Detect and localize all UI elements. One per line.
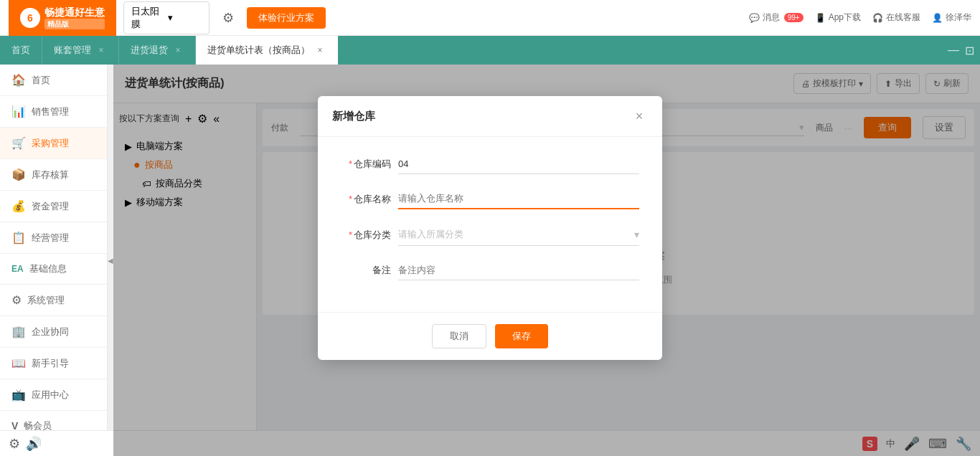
tab-purchase-return-label: 进货退货 xyxy=(131,44,168,57)
form-row-name: 仓库名称 xyxy=(341,189,639,209)
user-item[interactable]: 👤 徐泽华 xyxy=(932,11,971,24)
guide-icon: 📖 xyxy=(11,356,26,370)
sidebar-label-apps: 应用中心 xyxy=(32,389,69,402)
sidebar-item-inventory[interactable]: 📦 库存核算 xyxy=(0,159,107,191)
purchase-icon: 🛒 xyxy=(11,136,26,150)
tab-purchase-return-close[interactable]: × xyxy=(172,44,184,56)
sidebar-label-basic-info: 基础信息 xyxy=(29,262,67,275)
tab-home-label: 首页 xyxy=(11,44,30,57)
category-placeholder: 请输入所属分类 xyxy=(398,228,463,241)
tab-purchase-stats[interactable]: 进货单统计表（按商品） × xyxy=(196,36,338,65)
avatar-icon: 👤 xyxy=(932,13,943,23)
category-select[interactable]: 请输入所属分类 ▾ xyxy=(398,224,639,246)
app-download-item[interactable]: 📱 App下载 xyxy=(815,11,861,24)
logo-icon: 6 xyxy=(20,8,40,28)
app-download-label: App下载 xyxy=(829,11,861,24)
chevron-down-icon: ▾ xyxy=(168,12,202,23)
operations-icon: 📋 xyxy=(11,231,26,244)
user-name: 徐泽华 xyxy=(946,11,971,24)
save-button[interactable]: 保存 xyxy=(495,324,548,348)
tab-minimize-button[interactable]: — xyxy=(948,44,959,57)
volume-icon[interactable]: 🔊 xyxy=(26,436,42,452)
remark-label: 备注 xyxy=(341,264,398,277)
logo-main: 畅捷通好生意 xyxy=(44,6,105,19)
tab-actions: — ⊡ xyxy=(942,44,980,57)
message-icon: 💬 xyxy=(749,13,760,23)
tab-expand-button[interactable]: ⊡ xyxy=(965,44,974,57)
code-label: 仓库编码 xyxy=(341,158,398,171)
form-row-category: 仓库分类 请输入所属分类 ▾ xyxy=(341,224,639,246)
dialog-body: 仓库编码 仓库名称 仓库分类 请输入所属分类 ▾ 备注 xyxy=(318,137,662,312)
home-icon: 🏠 xyxy=(11,73,26,87)
sidebar-label-sales: 销售管理 xyxy=(32,105,69,118)
sidebar-label-operations: 经营管理 xyxy=(32,232,69,244)
messages-label: 消息 xyxy=(763,11,780,24)
logo-text: 畅捷通好生意 精品版 xyxy=(44,6,105,29)
select-arrow-icon: ▾ xyxy=(634,229,639,240)
sidebar-item-apps[interactable]: 📺 应用中心 xyxy=(0,379,107,411)
inventory-icon: 📦 xyxy=(11,168,26,181)
online-service-item[interactable]: 🎧 在线客服 xyxy=(872,11,920,24)
collapse-icon: ◀ xyxy=(108,257,113,265)
messages-badge: 99+ xyxy=(784,13,804,22)
sidebar-label-guide: 新手引导 xyxy=(32,357,69,370)
cancel-button[interactable]: 取消 xyxy=(432,324,486,348)
settings-button[interactable]: ⚙ xyxy=(217,6,240,29)
sidebar-label-purchase: 采购管理 xyxy=(32,137,69,150)
dialog-close-button[interactable]: × xyxy=(631,108,648,125)
finance-icon: 💰 xyxy=(11,199,26,213)
code-input[interactable] xyxy=(398,154,639,174)
sidebar-item-home[interactable]: 🏠 首页 xyxy=(0,65,107,96)
sidebar-collapse[interactable]: ◀ xyxy=(108,65,113,456)
tab-bar: 首页 账套管理 × 进货退货 × 进货单统计表（按商品） × — ⊡ xyxy=(0,36,980,65)
sidebar-item-guide[interactable]: 📖 新手引导 xyxy=(0,348,107,379)
messages-item[interactable]: 💬 消息 99+ xyxy=(749,11,804,24)
name-label: 仓库名称 xyxy=(341,193,398,206)
sidebar-item-basic-info[interactable]: EA 基础信息 xyxy=(0,254,107,285)
system-icon: ⚙ xyxy=(11,293,22,307)
sidebar-item-system[interactable]: ⚙ 系统管理 xyxy=(0,285,107,316)
new-warehouse-dialog: 新增仓库 × 仓库编码 仓库名称 仓库分类 请输入所属分类 ▾ 备注 取消 xyxy=(318,96,662,360)
dialog-footer: 取消 保存 xyxy=(318,312,662,360)
logo-badge: 精品版 xyxy=(44,19,105,29)
name-input[interactable] xyxy=(398,189,639,209)
tab-home[interactable]: 首页 xyxy=(0,36,42,65)
app-icon: 📱 xyxy=(815,13,826,23)
online-service-label: 在线客服 xyxy=(886,11,920,24)
top-bar: 6 畅捷通好生意 精品版 日太阳膜 ▾ ⚙ 体验行业方案 💬 消息 99+ 📱 … xyxy=(0,0,980,36)
sidebar-label-home: 首页 xyxy=(32,74,50,87)
sidebar-item-sales[interactable]: 📊 销售管理 xyxy=(0,96,107,128)
settings-bottom-icon[interactable]: ⚙ xyxy=(9,436,20,452)
sidebar-item-operations[interactable]: 📋 经营管理 xyxy=(0,222,107,254)
headset-icon: 🎧 xyxy=(872,13,883,23)
category-label: 仓库分类 xyxy=(341,229,398,242)
dialog-title: 新增仓库 xyxy=(332,110,375,123)
bottom-left: ⚙ 🔊 xyxy=(9,436,42,452)
apps-icon: 📺 xyxy=(11,388,26,402)
dialog-header: 新增仓库 × xyxy=(318,96,662,137)
logo-area: 6 畅捷通好生意 精品版 xyxy=(9,0,116,36)
store-selector[interactable]: 日太阳膜 ▾ xyxy=(123,1,209,34)
form-row-remark: 备注 xyxy=(341,260,639,280)
sidebar-label-enterprise: 企业协同 xyxy=(32,326,69,338)
top-right-actions: 💬 消息 99+ 📱 App下载 🎧 在线客服 👤 徐泽华 xyxy=(749,11,971,24)
store-name: 日太阳膜 xyxy=(131,5,165,31)
tab-purchase-stats-label: 进货单统计表（按商品） xyxy=(207,44,310,57)
basic-info-icon: EA xyxy=(11,264,24,274)
remark-input[interactable] xyxy=(398,260,639,280)
tab-accounts-label: 账套管理 xyxy=(54,44,91,57)
sidebar-item-finance[interactable]: 💰 资金管理 xyxy=(0,191,107,222)
sidebar-item-enterprise[interactable]: 🏢 企业协同 xyxy=(0,316,107,348)
tab-purchase-stats-close[interactable]: × xyxy=(314,44,326,56)
sidebar: 🏠 首页 📊 销售管理 🛒 采购管理 📦 库存核算 💰 资金管理 📋 经营管理 … xyxy=(0,65,108,456)
experience-button[interactable]: 体验行业方案 xyxy=(247,7,326,29)
sidebar-label-system: 系统管理 xyxy=(27,294,65,307)
form-row-code: 仓库编码 xyxy=(341,154,639,174)
tab-purchase-return[interactable]: 进货退货 × xyxy=(119,36,196,65)
tab-accounts-close[interactable]: × xyxy=(95,44,107,56)
sidebar-label-inventory: 库存核算 xyxy=(32,168,69,181)
sidebar-item-purchase[interactable]: 🛒 采购管理 xyxy=(0,128,107,159)
sidebar-label-finance: 资金管理 xyxy=(32,200,69,213)
tab-accounts[interactable]: 账套管理 × xyxy=(42,36,119,65)
enterprise-icon: 🏢 xyxy=(11,325,26,338)
